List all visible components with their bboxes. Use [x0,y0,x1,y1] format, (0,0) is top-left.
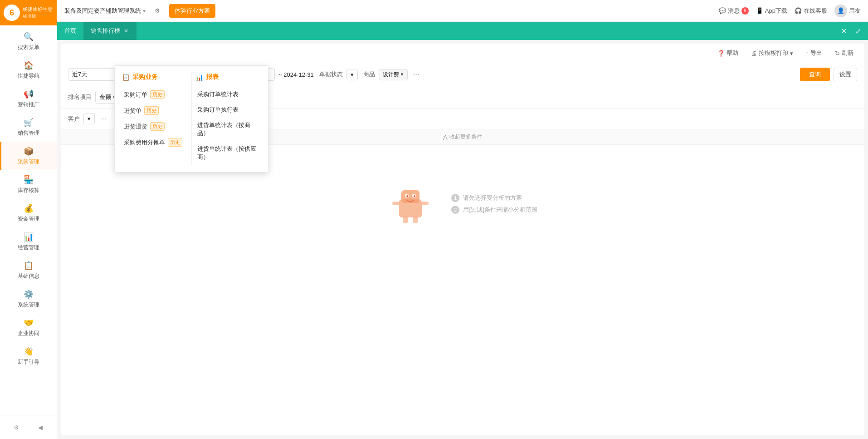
tab-home[interactable]: 首页 [57,22,83,40]
sales-icon: 🛒 [24,118,34,128]
tab-bar-right: ✕ ⤢ [837,25,868,37]
sidebar-logo: 6 畅捷通好生意 标准版 [0,0,57,25]
header-settings-icon[interactable]: ⚙ [151,5,164,17]
message-icon: 💬 [719,7,726,14]
main-area: 装备及固定资产辅助管理系统 ▾ ⚙ 体验行业方案 💬 消息 9 📱 App下载 … [57,0,868,439]
report-col-icon: 📊 [195,74,203,81]
headset-icon: 🎧 [795,7,802,14]
dropdown-cols: 📋 采购业务 采购订单 历史 进货单 历史 进货退货 历史 [122,73,261,165]
dropdown-item-inbound-stats-supplier[interactable]: 进货单统计表（按供应商） [195,141,261,165]
sidebar-item-finance[interactable]: 💰 资金管理 [0,199,57,227]
content-area: ❓ 帮助 🖨 按模板打印 ▾ ↑ 导出 ↻ 刷新 [57,40,868,439]
history-tag-2: 历史 [144,106,159,115]
empty-illustration [388,181,433,227]
date-value: ~ 2024-12-31 [278,71,314,78]
sidebar-item-guide[interactable]: 👋 新手引导 [0,342,57,370]
guide-icon: 👋 [24,346,34,356]
collapse-btn[interactable]: ⋀ 收起更多条件 [443,133,482,141]
svg-rect-6 [392,202,399,205]
status-select[interactable]: ▾ [346,69,358,80]
dropdown-item-inbound-stats-product[interactable]: 进货单统计表（按商品） [195,118,261,141]
settings-button[interactable]: 设置 [834,68,857,81]
customer-label: 客户 [68,115,80,123]
customer-select[interactable]: ▾ [83,113,95,124]
logo-text: 畅捷通好生意 标准版 [23,6,53,19]
refresh-btn[interactable]: ↻ 刷新 [831,47,857,59]
sidebar-item-sales[interactable]: 🛒 销售管理 [0,113,57,142]
sidebar-footer: ⚙ ◀ [0,415,57,439]
sidebar-item-purchase[interactable]: 📦 采购管理 [0,142,57,170]
tab-close-icon[interactable]: ✕ [123,27,129,35]
system-icon: ⚙️ [24,289,34,299]
sidebar-item-search[interactable]: 🔍 搜索菜单 [0,27,57,56]
dropdown-item-inbound[interactable]: 进货单 历史 [122,103,188,118]
purchase-col-icon: 📋 [122,74,130,81]
finance-icon: 💰 [24,203,34,213]
sidebar-item-system[interactable]: ⚙️ 系统管理 [0,285,57,313]
industry-btn[interactable]: 体验行业方案 [169,4,215,18]
query-button[interactable]: 查询 [800,68,830,81]
sidebar-item-base-info[interactable]: 📋 基础信息 [0,256,57,285]
history-tag-3: 历史 [150,122,165,131]
sidebar-item-inventory[interactable]: 🏪 库存核算 [0,170,57,199]
ranking-group: 排名项目 金额 ▾ [68,91,120,104]
refresh-icon: ↻ [835,50,840,57]
tab-close-all-btn[interactable]: ✕ [837,25,850,37]
sidebar-nav: 🔍 搜索菜单 🏠 快捷导航 📢 营销推广 🛒 销售管理 📦 采购管理 🏪 库存核… [0,25,57,415]
top-right: 💬 消息 9 📱 App下载 🎧 在线客服 👤 用友 [719,5,861,17]
sidebar-settings-btn[interactable]: ⚙ [9,420,24,434]
empty-steps: 1 请先选择要分析的方案 2 用[过滤]条件来缩小分析范围 [451,194,537,214]
user-btn[interactable]: 👤 用友 [834,5,861,17]
sidebar-item-quick-nav[interactable]: 🏠 快捷导航 [0,56,57,84]
dropdown-item-expense[interactable]: 采购费用分摊单 历史 [122,134,188,150]
tab-bar: 首页 销售排行榜 ✕ ✕ ⤢ [57,22,868,40]
empty-step-1: 1 请先选择要分析的方案 [451,194,537,202]
customer-dropdown-icon: ▾ [88,115,91,122]
status-filter-group: 单据状态 ▾ [319,69,358,80]
report-col: 📊 报表 采购订单统计表 采购订单执行表 进货单统计表（按商品） 进货单统计表（… [195,73,261,165]
title-dropdown-arrow[interactable]: ▾ [143,8,146,14]
dropdown-item-order-stats[interactable]: 采购订单统计表 [195,87,261,102]
print-dropdown-icon[interactable]: ▾ [790,50,793,57]
sidebar-item-operation[interactable]: 📊 经营管理 [0,227,57,256]
history-tag-4: 历史 [168,138,182,147]
history-tag: 历史 [150,90,165,99]
dropdown-item-order-exec[interactable]: 采购订单执行表 [195,102,261,118]
top-header: 装备及固定资产辅助管理系统 ▾ ⚙ 体验行业方案 💬 消息 9 📱 App下载 … [57,0,868,22]
empty-step-2: 2 用[过滤]条件来缩小分析范围 [451,206,537,214]
home-icon: 🏠 [24,60,34,70]
export-btn[interactable]: ↑ 导出 [802,47,826,59]
sidebar-collapse-btn[interactable]: ◀ [33,420,48,434]
print-icon: 🖨 [751,50,757,57]
cooperation-icon: 🤝 [24,318,34,328]
marketing-icon: 📢 [24,89,34,99]
tab-fullscreen-btn[interactable]: ⤢ [852,25,864,37]
customer-dots[interactable]: ··· [98,115,108,123]
message-btn[interactable]: 💬 消息 9 [719,7,749,15]
tab-sales-rank[interactable]: 销售排行榜 ✕ [83,22,137,40]
col-divider [191,73,192,165]
online-service-btn[interactable]: 🎧 在线客服 [795,7,827,15]
svg-rect-1 [401,190,419,203]
base-info-icon: 📋 [24,261,34,271]
dropdown-item-return[interactable]: 进货退货 历史 [122,118,188,134]
ranking-label: 排名项目 [68,93,92,101]
sidebar-item-cooperation[interactable]: 🤝 企业协同 [0,313,57,342]
filter-toolbar: ❓ 帮助 🖨 按模板打印 ▾ ↑ 导出 ↻ 刷新 [61,44,864,63]
purchase-dropdown-menu: 📋 采购业务 采购订单 历史 进货单 历史 进货退货 历史 [114,65,268,173]
phone-icon: 📱 [756,7,763,14]
print-btn[interactable]: 🖨 按模板打印 ▾ [747,47,797,59]
svg-rect-9 [413,217,418,223]
sidebar-item-marketing[interactable]: 📢 营销推广 [0,84,57,113]
report-col-title: 📊 报表 [195,73,261,81]
goods-tag: 设计费 × [379,69,408,80]
dropdown-item-purchase-order[interactable]: 采购订单 历史 [122,87,188,103]
status-label: 单据状态 [319,70,343,79]
app-download-btn[interactable]: 📱 App下载 [756,7,787,15]
purchase-col: 📋 采购业务 采购订单 历史 进货单 历史 进货退货 历史 [122,73,188,165]
help-btn[interactable]: ❓ 帮助 [714,47,742,59]
goods-dots[interactable]: ··· [411,70,421,79]
goods-label: 商品 [363,70,375,79]
purchase-icon: 📦 [24,146,34,156]
svg-rect-7 [422,202,429,205]
